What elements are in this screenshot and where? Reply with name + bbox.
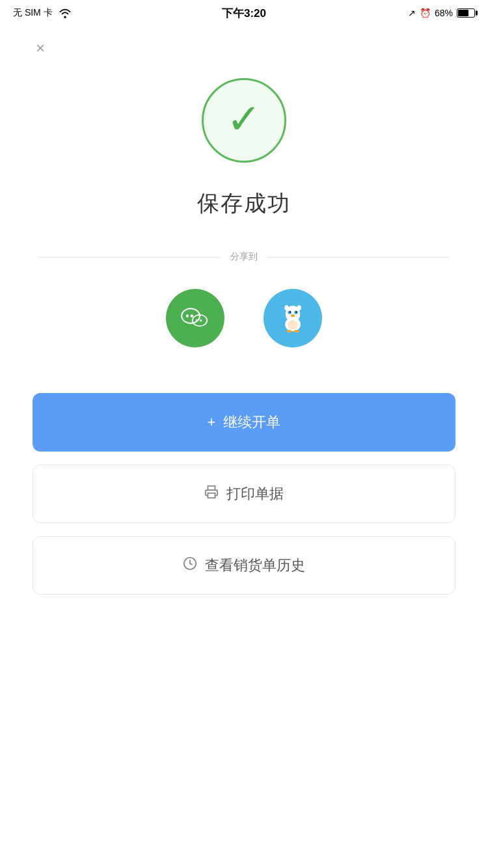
battery-bar (457, 8, 475, 18)
status-bar: 无 SIM 卡 下午3:20 ↗ ⏰ 68% (0, 0, 488, 26)
divider-line-right (268, 257, 449, 258)
sim-status: 无 SIM 卡 (13, 7, 53, 19)
svg-point-11 (291, 314, 295, 317)
success-title: 保存成功 (197, 189, 291, 219)
continue-label: 继续开单 (223, 413, 280, 432)
checkmark-icon: ✓ (226, 98, 262, 140)
svg-point-5 (200, 319, 202, 321)
close-icon: × (36, 39, 45, 57)
status-left: 无 SIM 卡 (13, 7, 72, 19)
svg-point-4 (196, 319, 198, 321)
share-label: 分享到 (220, 251, 268, 263)
divider-line-left (39, 257, 220, 258)
svg-rect-18 (208, 493, 215, 498)
svg-point-1 (186, 314, 189, 317)
svg-point-2 (191, 314, 193, 317)
main-content: ✓ 保存成功 分享到 (0, 26, 488, 595)
svg-point-16 (284, 305, 288, 310)
plus-icon: + (208, 414, 216, 431)
battery-fill (458, 10, 468, 16)
success-circle: ✓ (202, 78, 286, 163)
location-icon: ↗ (408, 8, 416, 18)
continue-button[interactable]: + 继续开单 (33, 393, 455, 452)
wechat-icon (178, 301, 212, 335)
status-time: 下午3:20 (222, 6, 266, 21)
share-divider: 分享到 (0, 251, 488, 263)
status-right: ↗ ⏰ 68% (408, 8, 475, 18)
clock-icon (183, 556, 197, 575)
print-button[interactable]: 打印单据 (33, 465, 455, 523)
qq-share-button[interactable] (264, 289, 322, 347)
battery-percent: 68% (435, 8, 453, 18)
wifi-icon (58, 8, 72, 18)
svg-point-13 (288, 320, 297, 329)
history-label: 查看销货单历史 (205, 556, 305, 575)
alarm-icon: ⏰ (420, 8, 431, 18)
print-label: 打印单据 (226, 484, 284, 504)
svg-point-15 (294, 330, 299, 332)
svg-point-10 (295, 311, 297, 312)
qq-icon (277, 303, 308, 334)
action-buttons: + 继续开单 打印单据 查看销货单历史 (0, 393, 488, 595)
share-icons (166, 289, 322, 347)
wechat-share-button[interactable] (166, 289, 224, 347)
print-icon (204, 485, 219, 503)
close-button[interactable]: × (26, 34, 55, 62)
svg-point-14 (286, 330, 291, 332)
svg-point-9 (290, 311, 291, 312)
history-button[interactable]: 查看销货单历史 (33, 536, 455, 595)
svg-point-17 (297, 305, 301, 310)
